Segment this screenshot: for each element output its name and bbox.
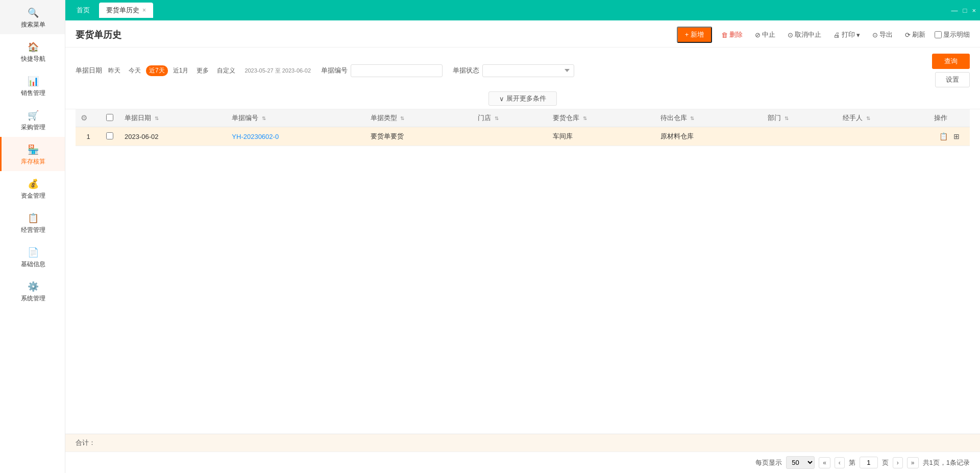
date-filter: 单据日期 昨天 今天 近7天 近1月 更多 自定义 2023-05-27 至 2… <box>76 65 311 76</box>
print-arrow-icon: ▾ <box>856 31 860 39</box>
th-store: 门店 ⇅ <box>473 109 548 127</box>
th-pending-warehouse-sort-icon[interactable]: ⇅ <box>690 115 694 121</box>
doc-number-input[interactable] <box>351 64 443 77</box>
sidebar-item-quick-nav[interactable]: 🏠 快捷导航 <box>0 34 65 68</box>
export-icon: ⊙ <box>872 31 878 39</box>
sidebar-label-system: 系统管理 <box>21 294 45 303</box>
export-button[interactable]: ⊙ 导出 <box>869 28 896 41</box>
cancel-suspend-icon: ⊙ <box>788 31 793 39</box>
first-page-button[interactable]: « <box>819 457 830 468</box>
tab-home[interactable]: 首页 <box>69 3 97 18</box>
window-actions: — □ × <box>951 7 976 14</box>
page-number-input[interactable] <box>860 457 878 468</box>
display-detail-label: 显示明细 <box>943 30 970 39</box>
suspend-button[interactable]: ⊘ 中止 <box>752 28 778 41</box>
cancel-suspend-button[interactable]: ⊙ 取消中止 <box>785 28 824 41</box>
select-all-checkbox[interactable] <box>106 114 113 121</box>
sidebar-item-purchase[interactable]: 🛒 采购管理 <box>0 103 65 137</box>
topbar: 首页 要货单历史 × — □ × <box>65 0 980 20</box>
page-title: 要货单历史 <box>76 29 677 41</box>
print-button[interactable]: 🖨 打印 ▾ <box>830 28 863 41</box>
print-icon: 🖨 <box>834 31 840 39</box>
sidebar-item-system[interactable]: ⚙️ 系统管理 <box>0 274 65 308</box>
th-number-sort-icon[interactable]: ⇅ <box>262 115 266 121</box>
date-shortcuts: 昨天 今天 近7天 近1月 更多 自定义 <box>105 65 238 76</box>
row-number-link[interactable]: YH-20230602-0 <box>232 133 279 140</box>
settings-button[interactable]: 设置 <box>935 72 970 87</box>
inventory-icon: 🏪 <box>28 144 39 155</box>
date-range-text: 2023-05-27 至 2023-06-02 <box>244 67 311 75</box>
table-head: ⚙ 单据日期 ⇅ 单据编号 ⇅ <box>76 109 970 127</box>
date-more[interactable]: 更多 <box>193 65 212 76</box>
tab-close-icon[interactable]: × <box>142 7 146 14</box>
finance-icon: 💰 <box>28 178 39 190</box>
maximize-button[interactable]: □ <box>963 7 967 14</box>
next-page-button[interactable]: › <box>893 457 903 468</box>
page-size-select[interactable]: 50 100 <box>786 456 815 469</box>
sidebar-item-operation[interactable]: 📋 经营管理 <box>0 205 65 240</box>
new-button[interactable]: + 新增 <box>677 27 712 43</box>
th-number-label: 单据编号 <box>232 114 258 122</box>
query-button[interactable]: 查询 <box>932 54 970 69</box>
minimize-button[interactable]: — <box>951 7 958 14</box>
row-req-warehouse: 车间库 <box>548 127 655 146</box>
pagination-bar: 每页显示 50 100 « ‹ 第 页 › » 共1页，1条记录 <box>65 452 980 473</box>
display-detail-toggle[interactable]: 显示明细 <box>935 30 970 39</box>
row-pending-warehouse: 原材料仓库 <box>655 127 763 146</box>
date-today[interactable]: 今天 <box>126 65 144 76</box>
date-last-month[interactable]: 近1月 <box>170 65 192 76</box>
expand-more-button[interactable]: ∨ 展开更多条件 <box>488 91 557 106</box>
row-checkbox-0[interactable] <box>106 132 113 139</box>
doc-number-filter: 单据编号 <box>321 64 443 77</box>
page-header: 要货单历史 + 新增 🗑 删除 ⊘ 中止 ⊙ 取消中止 🖨 <box>65 20 980 48</box>
th-department-sort-icon[interactable]: ⇅ <box>785 115 789 121</box>
sidebar-item-inventory[interactable]: 🏪 库存核算 <box>0 137 65 171</box>
print-label: 打印 <box>842 30 855 39</box>
date-last7[interactable]: 近7天 <box>146 65 168 76</box>
prev-page-button[interactable]: ‹ <box>835 457 845 468</box>
last-page-button[interactable]: » <box>907 457 919 468</box>
window-close-button[interactable]: × <box>972 7 976 14</box>
date-custom[interactable]: 自定义 <box>214 65 238 76</box>
suspend-icon: ⊘ <box>755 31 761 39</box>
delete-label: 删除 <box>729 30 743 39</box>
row-edit-icon[interactable]: 📋 <box>937 131 950 141</box>
th-handler-sort-icon[interactable]: ⇅ <box>866 115 870 121</box>
sidebar-label-quick-nav: 快捷导航 <box>21 55 45 63</box>
table-row: 1 2023-06-02 YH-20230602-0 要货单要货 车间库 原材料… <box>76 127 970 146</box>
sidebar-item-search-menu[interactable]: 🔍 搜索菜单 <box>0 0 65 34</box>
th-req-warehouse-sort-icon[interactable]: ⇅ <box>583 115 587 121</box>
th-store-sort-icon[interactable]: ⇅ <box>495 115 499 121</box>
row-detail-icon[interactable]: ⊞ <box>951 131 962 141</box>
th-settings: ⚙ <box>76 109 101 127</box>
sidebar-item-finance[interactable]: 💰 资金管理 <box>0 171 65 205</box>
sidebar-label-sales: 销售管理 <box>21 89 45 98</box>
th-type-label: 单据类型 <box>371 114 397 122</box>
main-area: 首页 要货单历史 × — □ × 要货单历史 + 新增 🗑 删除 <box>65 0 980 473</box>
sidebar-item-sales[interactable]: 📊 销售管理 <box>0 68 65 103</box>
row-num: 1 <box>76 127 101 146</box>
table-area: ⚙ 单据日期 ⇅ 单据编号 ⇅ <box>65 109 980 434</box>
doc-status-select[interactable] <box>482 64 574 77</box>
th-date-sort-icon[interactable]: ⇅ <box>155 115 159 121</box>
data-table: ⚙ 单据日期 ⇅ 单据编号 ⇅ <box>76 109 970 146</box>
row-department <box>763 127 838 146</box>
th-department-label: 部门 <box>768 114 781 122</box>
sidebar-item-basic-info[interactable]: 📄 基础信息 <box>0 240 65 274</box>
display-detail-checkbox[interactable] <box>935 31 942 38</box>
purchase-icon: 🛒 <box>28 110 39 121</box>
th-req-warehouse-label: 要货仓库 <box>553 114 579 122</box>
date-yesterday[interactable]: 昨天 <box>105 65 124 76</box>
sidebar-label-inventory: 库存核算 <box>21 157 45 166</box>
sidebar: 🔍 搜索菜单 🏠 快捷导航 📊 销售管理 🛒 采购管理 🏪 库存核算 💰 资金管… <box>0 0 65 473</box>
th-number: 单据编号 ⇅ <box>227 109 365 127</box>
settings-gear-icon[interactable]: ⚙ <box>81 113 87 122</box>
th-pending-warehouse: 待出仓库 ⇅ <box>655 109 763 127</box>
content-area: 要货单历史 + 新增 🗑 删除 ⊘ 中止 ⊙ 取消中止 🖨 <box>65 20 980 473</box>
refresh-button[interactable]: ⟳ 刷新 <box>902 28 928 41</box>
doc-number-label: 单据编号 <box>321 66 348 75</box>
delete-button[interactable]: 🗑 删除 <box>718 28 746 41</box>
th-handler-label: 经手人 <box>843 114 863 122</box>
tab-active[interactable]: 要货单历史 × <box>99 3 153 18</box>
th-type-sort-icon[interactable]: ⇅ <box>400 115 404 121</box>
